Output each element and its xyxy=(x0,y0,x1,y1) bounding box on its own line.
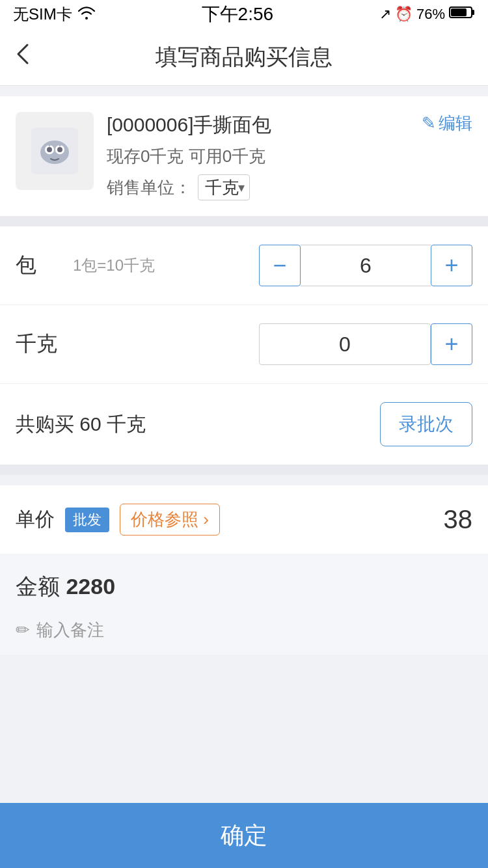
pack-label: 包 xyxy=(16,251,68,280)
edit-button[interactable]: ✎ 编辑 xyxy=(422,112,472,135)
kg-qty-input[interactable] xyxy=(259,323,431,365)
price-type-tag: 批发 xyxy=(65,508,109,532)
total-row: 共购买 60 千克 录批次 xyxy=(0,384,488,465)
product-info: [0000006]手撕面包 现存0千克 可用0千克 销售单位： 千克 xyxy=(107,112,472,200)
amount-label: 金额 xyxy=(16,574,60,599)
nav-bar: 填写商品购买信息 xyxy=(0,29,488,86)
page-title: 填写商品购买信息 xyxy=(156,42,332,72)
pack-qty-input[interactable] xyxy=(301,245,431,286)
svg-rect-2 xyxy=(451,8,467,16)
status-bar: 无SIM卡 下午2:56 ↗ ⏰ 76% xyxy=(0,0,488,29)
kg-label: 千克 xyxy=(16,330,68,359)
amount-section: 金额 2280 ✏ 输入备注 xyxy=(0,554,488,655)
price-ref-button[interactable]: 价格参照 › xyxy=(120,504,220,536)
location-icon: ↗ xyxy=(379,6,391,23)
product-card: [0000006]手撕面包 现存0千克 可用0千克 销售单位： 千克 ✎ 编辑 xyxy=(0,96,488,216)
unit-label: 销售单位： xyxy=(107,176,191,199)
kg-qty-control: + xyxy=(259,323,472,365)
price-section: 单价 批发 价格参照 › 38 xyxy=(0,485,488,554)
back-button[interactable] xyxy=(16,42,30,72)
svg-point-7 xyxy=(47,147,52,152)
battery-icon xyxy=(449,5,475,23)
edit-label: 编辑 xyxy=(439,112,472,135)
batch-label: 录批次 xyxy=(399,414,454,434)
unit-select[interactable]: 千克 xyxy=(198,174,250,200)
pencil-icon: ✏ xyxy=(16,620,30,640)
batch-button[interactable]: 录批次 xyxy=(380,402,472,446)
pack-minus-button[interactable]: − xyxy=(259,245,301,286)
pack-qty-section: 包 1包=10千克 − + xyxy=(0,226,488,305)
pack-qty-control: − + xyxy=(259,245,472,286)
carrier-label: 无SIM卡 xyxy=(13,4,72,25)
section-divider-2 xyxy=(0,465,488,475)
pack-hint: 1包=10千克 xyxy=(73,255,259,276)
amount-row: 金额 2280 xyxy=(16,572,472,602)
unit-select-wrapper[interactable]: 千克 xyxy=(198,174,250,200)
edit-icon: ✎ xyxy=(422,113,436,133)
pack-plus-button[interactable]: + xyxy=(431,245,472,286)
product-thumbnail xyxy=(16,112,94,190)
confirm-label: 确定 xyxy=(221,820,267,852)
minus-icon: − xyxy=(273,252,286,279)
svg-point-8 xyxy=(57,147,62,152)
total-text: 共购买 60 千克 xyxy=(16,411,146,438)
alarm-icon: ⏰ xyxy=(395,6,413,23)
product-stock: 现存0千克 可用0千克 xyxy=(107,145,472,168)
section-divider-1 xyxy=(0,216,488,226)
battery-label: 76% xyxy=(416,6,445,23)
kg-plus-icon: + xyxy=(444,331,458,358)
status-right: ↗ ⏰ 76% xyxy=(379,5,475,23)
confirm-bar[interactable]: 确定 xyxy=(0,803,488,868)
amount-value: 2280 xyxy=(66,574,115,599)
svg-rect-1 xyxy=(472,10,474,15)
product-unit-row: 销售单位： 千克 xyxy=(107,174,472,200)
status-left: 无SIM卡 xyxy=(13,4,96,25)
kg-qty-section: 千克 + xyxy=(0,305,488,384)
price-value: 38 xyxy=(444,505,473,534)
note-row[interactable]: ✏ 输入备注 xyxy=(16,612,472,648)
price-label: 单价 xyxy=(16,506,55,533)
time-display: 下午2:56 xyxy=(202,2,274,27)
note-placeholder: 输入备注 xyxy=(36,619,104,642)
kg-plus-button[interactable]: + xyxy=(431,323,472,365)
price-ref-label: 价格参照 › xyxy=(131,508,209,531)
plus-icon: + xyxy=(444,252,458,279)
product-name: [0000006]手撕面包 xyxy=(107,112,472,139)
wifi-icon xyxy=(77,5,96,23)
